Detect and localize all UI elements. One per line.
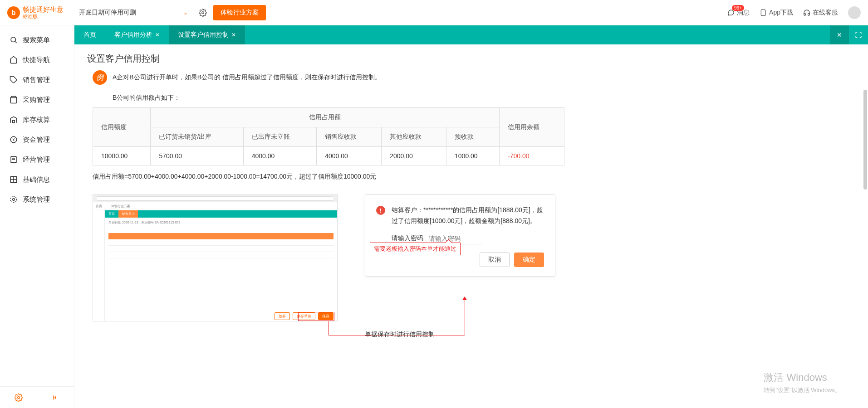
svg-point-16: [13, 199, 15, 201]
password-label: 请输入密码: [392, 234, 423, 243]
tag-icon: [9, 75, 18, 84]
document-icon: [9, 155, 18, 164]
system-icon: [9, 195, 18, 204]
tab-credit-control[interactable]: 设置客户信用控制 ✕: [169, 25, 245, 44]
close-icon[interactable]: ✕: [155, 32, 160, 38]
th-col: 已订货未销货/出库: [151, 127, 243, 147]
sidebar-label: 销售管理: [23, 76, 50, 84]
sidebar-label: 系统管理: [23, 195, 50, 204]
tab-label: 设置客户信用控制: [178, 31, 229, 39]
calculation-text: 信用占用额=5700.00+4000.00+4000.00+2000.00-10…: [93, 173, 850, 181]
sidebar-item-quicknav[interactable]: 快捷导航: [0, 50, 74, 70]
sidebar-item-search[interactable]: 搜索菜单: [0, 30, 74, 50]
app-download-link[interactable]: App下载: [760, 9, 793, 17]
bag-icon: [9, 95, 18, 104]
sidebar-settings-icon[interactable]: [15, 393, 23, 402]
wallet-icon: ¥: [9, 135, 18, 144]
sidebar-label: 采购管理: [23, 96, 50, 104]
messages-badge: 99+: [732, 5, 744, 11]
messages-link[interactable]: 消息 99+: [727, 9, 750, 17]
table-row: 10000.00 5700.00 4000.00 4000.00 2000.00…: [93, 147, 564, 165]
chevron-down-icon: ⌄: [183, 10, 188, 16]
brand-edition: 标准版: [23, 13, 64, 20]
warehouse-icon: [9, 115, 18, 124]
cell-limit: 10000.00: [93, 147, 151, 165]
arrow-head-icon: [462, 296, 467, 300]
svg-point-15: [10, 196, 17, 203]
experience-industry-button[interactable]: 体验行业方案: [213, 5, 266, 20]
cell-val: 4000.00: [243, 147, 317, 165]
sidebar-footer: [0, 386, 74, 408]
tab-label: 首页: [83, 31, 96, 39]
online-service-link[interactable]: 在线客服: [803, 9, 838, 17]
th-credit-limit: 信用额度: [93, 108, 151, 147]
cancel-button[interactable]: 取消: [480, 253, 510, 267]
svg-point-3: [11, 37, 16, 42]
dropdown-value: 开账日期可停用可删: [79, 9, 136, 17]
flow-description: 单据保存时进行信用控制: [365, 330, 435, 339]
expand-icon: [855, 31, 862, 39]
sidebar-item-system[interactable]: 系统管理: [0, 189, 74, 209]
brand-logo-icon: b: [7, 6, 20, 19]
warning-icon: !: [376, 206, 385, 215]
credit-limit-table: 信用额度 信用占用额 信用用余额 已订货未销货/出库 已出库未立账 销售应收款 …: [93, 107, 564, 165]
sidebar-label: 库存核算: [23, 116, 50, 124]
cell-val: 2000.00: [382, 147, 446, 165]
sidebar-item-purchase[interactable]: 采购管理: [0, 90, 74, 110]
svg-rect-18: [54, 395, 54, 399]
scrollbar[interactable]: [863, 90, 867, 189]
th-col: 预收款: [446, 127, 500, 147]
th-usage-group: 信用占用额: [151, 108, 500, 127]
th-col: 销售应收款: [317, 127, 382, 147]
flow-arrow: [465, 299, 465, 335]
sidebar-item-sales[interactable]: 销售管理: [0, 70, 74, 90]
mock-screenshot: 首页体验行业方案 首页销售单 × 单据日期 2020-11-13 单据编号 SA…: [93, 194, 338, 321]
service-label: 在线客服: [813, 9, 838, 17]
sidebar-item-business[interactable]: 经营管理: [0, 150, 74, 170]
svg-point-0: [202, 11, 204, 14]
sidebar-label: 资金管理: [23, 136, 50, 144]
ok-button[interactable]: 确定: [514, 253, 544, 267]
user-avatar[interactable]: [848, 6, 861, 19]
svg-line-4: [15, 41, 16, 43]
search-icon: [9, 35, 18, 44]
sidebar: 搜索菜单 快捷导航 销售管理 采购管理 库存核算 ¥ 资金管理: [0, 25, 74, 408]
app-download-label: App下载: [769, 9, 793, 17]
cell-balance: -700.00: [500, 147, 564, 165]
svg-text:¥: ¥: [12, 138, 15, 142]
headset-icon: [803, 9, 810, 16]
sidebar-item-funds[interactable]: ¥ 资金管理: [0, 130, 74, 150]
password-callout: 需要老板输入密码本单才能通过: [370, 243, 461, 255]
th-col: 已出库未立账: [243, 127, 317, 147]
tab-credit-analysis[interactable]: 客户信用分析 ✕: [105, 25, 169, 44]
dialog-message: 结算客户：************的信用占用额为[1888.00元]，超过了信用…: [392, 205, 544, 227]
page-title: 设置客户信用控制: [74, 44, 868, 70]
example-description: A企对B公司进行开单时，如果B公司的 信用占用额超过了信用额度，则在保存时进行信…: [113, 70, 381, 84]
account-period-dropdown[interactable]: 开账日期可停用可删 ⌄: [74, 9, 192, 17]
svg-point-17: [18, 396, 20, 398]
table-intro-text: B公司的信用额占如下：: [113, 94, 850, 102]
tab-label: 客户信用分析: [114, 31, 152, 39]
cell-val: 4000.00: [317, 147, 382, 165]
highlight-save-area: [298, 312, 334, 321]
collapse-sidebar-icon[interactable]: [51, 393, 59, 402]
settings-icon[interactable]: [199, 9, 207, 17]
tabs-bar: 首页 客户信用分析 ✕ 设置客户信用控制 ✕ ✕: [74, 25, 868, 44]
cell-val: 5700.00: [151, 147, 243, 165]
sidebar-item-basicinfo[interactable]: 基础信息: [0, 170, 74, 189]
sidebar-item-inventory[interactable]: 库存核算: [0, 110, 74, 130]
mobile-icon: [760, 9, 767, 16]
th-balance: 信用用余额: [500, 108, 564, 147]
illustration-row: 首页体验行业方案 首页销售单 × 单据日期 2020-11-13 单据编号 SA…: [93, 194, 850, 321]
top-bar: b 畅捷通好生意 标准版 开账日期可停用可删 ⌄ 体验行业方案 消息 99+ A…: [0, 0, 868, 25]
sidebar-label: 快捷导航: [23, 56, 50, 64]
flow-arrow: [329, 321, 329, 335]
close-icon[interactable]: ✕: [231, 32, 236, 38]
credit-control-dialog: ! 结算客户：************的信用占用额为[1888.00元]，超过了…: [365, 194, 555, 277]
close-all-tabs-button[interactable]: ✕: [830, 25, 849, 44]
brand: b 畅捷通好生意 标准版: [7, 5, 74, 20]
sidebar-label: 经营管理: [23, 155, 50, 164]
sidebar-label: 搜索菜单: [23, 36, 50, 44]
tab-home[interactable]: 首页: [74, 25, 105, 44]
fullscreen-button[interactable]: [849, 25, 868, 44]
